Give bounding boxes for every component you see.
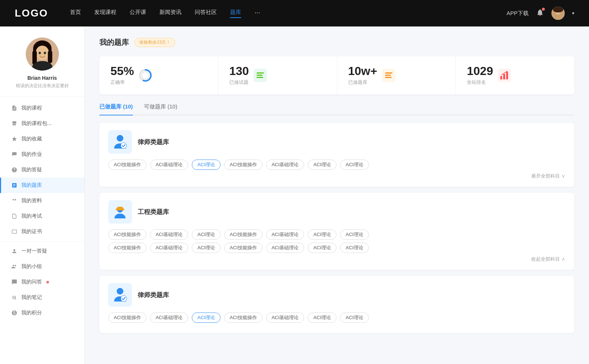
logo[interactable]: LOGO [15,7,48,19]
tag-1b-4[interactable]: ACI基础理论 [266,243,304,253]
sidebar-item-qna[interactable]: 我的答疑 [0,162,84,178]
bank-title-0: 律师类题库 [138,138,169,146]
sidebar-item-exam[interactable]: 我的考试 [0,208,84,224]
sidebar-avatar [26,38,59,71]
nav-open-course[interactable]: 公开课 [130,9,146,18]
sidebar-motto: 错误的决定比没有决定要好 [16,83,69,89]
sidebar-item-course[interactable]: 我的课程 [0,100,84,116]
tags-row-0: ACI技能操作 ACI基础理论 ACI理论 ACI技能操作 ACI基础理论 AC… [108,160,565,170]
tag-1-4[interactable]: ACI基础理论 [266,229,304,240]
sidebar-item-cert[interactable]: 我的证书 [0,224,84,239]
svg-point-10 [39,52,41,54]
notification-bell[interactable] [536,8,544,18]
course-icon [11,105,18,111]
tag-1-2[interactable]: ACI理论 [192,229,221,240]
sidebar-item-favorite[interactable]: 我的收藏 [0,131,84,147]
tag-2-4[interactable]: ACI基础理论 [266,313,304,323]
nav-bank[interactable]: 题库 [230,9,241,18]
sidebar-item-material[interactable]: 我的资料 [0,193,84,208]
tag-0-0[interactable]: ACI技能操作 [108,160,147,170]
svg-rect-23 [385,77,392,78]
tag-1-0[interactable]: ACI技能操作 [108,229,147,240]
tab-done[interactable]: 已做题库 (10) [99,103,133,115]
tag-1b-1[interactable]: ACI基础理论 [150,243,188,253]
bank-icon-engineer [108,200,132,224]
tag-1b-0[interactable]: ACI技能操作 [108,243,147,253]
tag-2-1[interactable]: ACI基础理论 [150,313,188,323]
svg-point-15 [142,72,149,79]
avatar-chevron[interactable]: ▾ [572,11,574,16]
sidebar-item-homework[interactable]: 我的作业 [0,147,84,162]
nav-news[interactable]: 新闻资讯 [159,9,181,18]
tabs-bar: 已做题库 (10) 可做题库 (10) [99,103,574,115]
material-icon [11,197,18,204]
bank-card-header-2: 律师类题库 [108,283,565,307]
myqa-dot [46,281,49,283]
stat-texts-rank: 1029 全站排名 [467,65,493,86]
sidebar-username: Brian Harris [27,75,57,81]
tag-2-2[interactable]: ACI理论 [192,313,221,323]
sidebar-label-homework: 我的作业 [21,151,42,158]
tag-1-6[interactable]: ACI理论 [340,229,369,240]
svg-rect-25 [500,76,502,79]
question-icon [11,167,18,173]
tag-0-2[interactable]: ACI理论 [192,160,221,170]
tag-0-3[interactable]: ACI技能操作 [224,160,262,170]
sidebar-item-package[interactable]: 我的课程包... [0,116,84,131]
tag-0-6[interactable]: ACI理论 [340,160,369,170]
sidebar-item-note[interactable]: 我的笔记 [0,290,84,305]
chart-red-icon [497,68,511,82]
tag-2-6[interactable]: ACI理论 [340,313,369,323]
svg-rect-21 [385,72,392,74]
sidebar-item-points[interactable]: 我的积分 [0,305,84,321]
collapse-link-1[interactable]: 收起全部科目 ∧ [108,256,565,263]
user-avatar[interactable] [551,7,565,20]
sidebar-label-oneonone: 一对一答疑 [21,248,47,254]
expand-link-0[interactable]: 展开全部科目 ∨ [108,173,565,179]
nav-discover[interactable]: 发现课程 [94,9,116,18]
tag-1b-2[interactable]: ACI理论 [192,243,221,253]
sidebar-label-cert: 我的证书 [21,228,42,235]
tag-0-1[interactable]: ACI基础理论 [150,160,188,170]
main-content: 我的题库 体验剩余23天！ 55% 正确率 [85,26,589,364]
app-download[interactable]: APP下载 [507,10,529,17]
tag-1b-3[interactable]: ACI技能操作 [224,243,262,253]
tag-1-3[interactable]: ACI技能操作 [224,229,262,240]
divider-1 [0,241,84,242]
nav-more[interactable]: ··· [254,9,260,18]
stat-texts-banks: 10w+ 已做题库 [348,65,377,86]
sidebar-menu: 我的课程 我的课程包... 我的收藏 我的作业 [0,100,84,321]
trial-badge: 体验剩余23天！ [134,38,175,47]
tag-2-5[interactable]: ACI理论 [308,313,336,323]
svg-point-7 [36,46,49,60]
tag-2-3[interactable]: ACI技能操作 [224,313,262,323]
svg-rect-19 [257,77,263,78]
tag-0-4[interactable]: ACI基础理论 [266,160,304,170]
svg-point-30 [121,143,127,149]
bank-icon [11,182,18,189]
tag-1b-6[interactable]: ACI理论 [340,243,369,253]
tag-1-5[interactable]: ACI理论 [308,229,336,240]
nav-home[interactable]: 首页 [70,9,81,18]
navbar-right: APP下载 ▾ [507,7,574,20]
sidebar-item-group[interactable]: 我的小组 [0,259,84,274]
sidebar-item-myqa[interactable]: 我的问答 [0,274,84,290]
star-icon [11,136,18,142]
sidebar-item-oneonone[interactable]: 一对一答疑 [0,243,84,259]
tag-1-1[interactable]: ACI基础理论 [150,229,188,240]
bank-title-2: 律师类题库 [138,291,169,299]
tab-available[interactable]: 可做题库 (10) [144,103,177,115]
tag-1b-5[interactable]: ACI理论 [308,243,336,253]
sidebar-label-material: 我的资料 [21,197,42,204]
svg-rect-9 [48,50,52,63]
sidebar-item-bank[interactable]: 我的题库 [0,178,84,193]
svg-rect-18 [257,75,262,76]
nav-qa[interactable]: 问答社区 [195,9,217,18]
stat-correct-rate: 55% 正确率 [99,56,218,94]
svg-point-33 [117,288,123,295]
sidebar-profile: Brian Harris 错误的决定比没有决定要好 [0,38,84,97]
bank-card-header-0: 律师类题库 [108,130,565,154]
sidebar-label-myqa: 我的问答 [21,279,42,285]
tag-2-0[interactable]: ACI技能操作 [108,313,147,323]
tag-0-5[interactable]: ACI理论 [308,160,336,170]
